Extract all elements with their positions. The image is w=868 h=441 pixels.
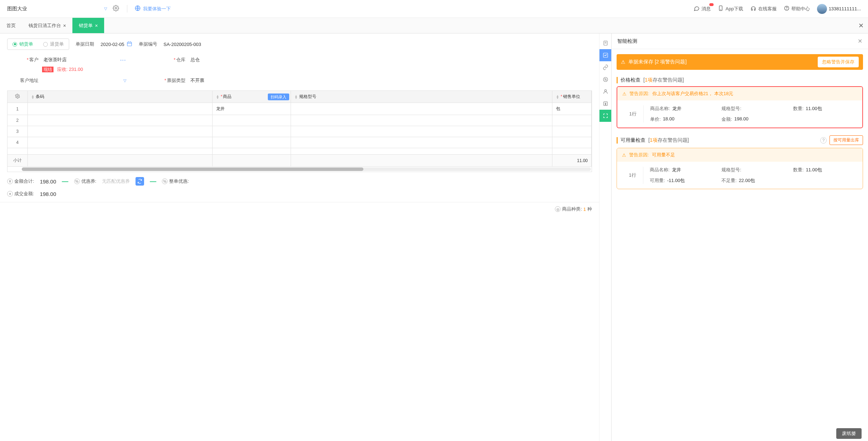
sidebar-link-icon[interactable] bbox=[599, 61, 612, 73]
doc-no-value: SA-20200205-003 bbox=[164, 42, 201, 47]
table-row: 4 bbox=[7, 137, 592, 148]
company-select[interactable]: 图图大业 ▽ bbox=[7, 6, 107, 12]
receivable-label: 应收: bbox=[57, 67, 68, 72]
ellipsis-icon[interactable]: ··· bbox=[120, 57, 126, 63]
col-spec[interactable]: ▲▼规格型号 bbox=[291, 91, 552, 103]
warehouse-label: *仓库 bbox=[154, 57, 185, 63]
date-input[interactable]: 2020-02-05 bbox=[101, 41, 132, 48]
deal-row: ✶成交金额: 198.00 bbox=[0, 191, 599, 202]
horizontal-scrollbar[interactable] bbox=[22, 167, 591, 171]
line-items-table: ▲▼条码 ▲▼*商品扫码录入 ▲▼规格型号 ▲▼*销售单位 1龙井包 2 3 4… bbox=[7, 90, 592, 172]
coupon-placeholder[interactable]: 无匹配优惠券 bbox=[102, 178, 130, 185]
warehouse-input[interactable]: 总仓 bbox=[189, 55, 275, 65]
try-experience-link[interactable]: 我要体验一下 bbox=[127, 5, 171, 12]
help-center-link[interactable]: 帮助中心 bbox=[784, 5, 810, 12]
help-label: 帮助中心 bbox=[791, 6, 810, 12]
close-icon[interactable]: × bbox=[63, 23, 66, 28]
yen-icon: ¥ bbox=[7, 178, 13, 184]
trash-button[interactable]: 废纸篓 bbox=[836, 428, 862, 439]
amount-value: 198.00 bbox=[40, 178, 56, 185]
svg-point-15 bbox=[603, 77, 608, 82]
sidebar-currency-icon[interactable] bbox=[599, 98, 612, 110]
kinds-unit: 种 bbox=[587, 206, 592, 212]
section-bar bbox=[617, 77, 618, 83]
tab-label: 销货单 bbox=[79, 22, 93, 29]
discount-icon: % bbox=[162, 178, 168, 184]
online-service-link[interactable]: 在线客服 bbox=[750, 5, 777, 12]
svg-point-5 bbox=[786, 9, 787, 10]
address-input[interactable]: ▽ bbox=[42, 76, 128, 85]
totals: ¥金额合计: 198.00 — %优惠券: 无匹配优惠券 — %整单优惠: bbox=[0, 172, 599, 191]
sidebar-user-icon[interactable] bbox=[599, 85, 612, 98]
form-top: 销货单 退货单 单据日期 2020-02-05 单据编号 SA-20200205… bbox=[0, 37, 599, 53]
phone-icon bbox=[718, 5, 724, 12]
receivable-value: 231.00 bbox=[69, 67, 83, 72]
form-row-2: 客户地址 ▽ *票据类型 不开票 bbox=[0, 74, 599, 87]
sidebar-expand-icon[interactable] bbox=[599, 110, 612, 122]
tab-sales-order[interactable]: 销货单× bbox=[72, 18, 104, 33]
sort-icon: ▲▼ bbox=[295, 95, 298, 99]
close-all-icon[interactable]: ✕ bbox=[858, 22, 864, 30]
stock-out-button[interactable]: 按可用量出库 bbox=[829, 135, 863, 145]
svg-point-10 bbox=[17, 95, 18, 97]
sidebar-chart-icon[interactable] bbox=[599, 49, 612, 61]
warehouse-value: 总仓 bbox=[190, 57, 200, 63]
gear-icon[interactable] bbox=[113, 5, 119, 12]
sidebar-swap-icon[interactable] bbox=[599, 73, 612, 85]
topbar-left: 图图大业 ▽ 我要体验一下 bbox=[7, 5, 171, 12]
deal-label: 成交金额: bbox=[14, 191, 34, 197]
invoice-type-input[interactable]: 不开票 bbox=[189, 76, 275, 85]
warning-icon: ⚠ bbox=[621, 59, 626, 65]
amount-label: 金额合计: bbox=[14, 178, 34, 185]
app-download-link[interactable]: App下载 bbox=[718, 5, 743, 12]
customer-input[interactable]: 老张茶叶店 ··· bbox=[42, 55, 128, 65]
kinds-value: 1 bbox=[583, 207, 586, 212]
cell-product[interactable]: 龙井 bbox=[212, 103, 291, 115]
svg-rect-2 bbox=[719, 6, 722, 10]
headset-icon bbox=[750, 5, 756, 12]
side-icon-bar bbox=[599, 33, 611, 441]
scan-button[interactable]: 扫码录入 bbox=[268, 93, 289, 100]
try-label: 我要体验一下 bbox=[143, 6, 171, 12]
messages-label: 消息 bbox=[701, 6, 711, 12]
sidebar-doc-icon[interactable] bbox=[599, 37, 612, 49]
reason-label: 警告原因: bbox=[629, 152, 649, 158]
refresh-button[interactable] bbox=[136, 177, 144, 186]
section-title-text: 可用量检查 bbox=[621, 137, 645, 144]
topbar-right: 消息 App下载 在线客服 帮助中心 13381111111... bbox=[694, 4, 861, 14]
col-unit[interactable]: ▲▼*销售单位 bbox=[552, 91, 592, 103]
invoice-value: 不开票 bbox=[190, 77, 204, 84]
col-product[interactable]: ▲▼*商品扫码录入 bbox=[212, 91, 291, 103]
ignore-save-button[interactable]: 忽略警告并保存 bbox=[818, 57, 859, 67]
radio-label: 销货单 bbox=[19, 41, 33, 47]
date-label: 单据日期 bbox=[76, 41, 94, 47]
cell-unit[interactable]: 包 bbox=[552, 103, 592, 115]
section-bar bbox=[617, 137, 618, 144]
help-icon[interactable]: ? bbox=[820, 137, 827, 144]
warning-icon: ⚠ bbox=[622, 91, 627, 97]
table-row: 3 bbox=[7, 126, 592, 137]
radio-return[interactable]: 退货单 bbox=[38, 39, 69, 50]
customer-group: *客户 老张茶叶店 ··· 现结 应收: 231.00 bbox=[7, 55, 128, 73]
tab-home[interactable]: 首页 bbox=[0, 18, 22, 33]
scroll-thumb[interactable] bbox=[22, 167, 363, 171]
doc-no-label: 单据编号 bbox=[139, 41, 157, 47]
stock-warning-card: ⚠ 警告原因: 可用量不足 1行 商品名称:龙井 规格型号: 数量:11.00包… bbox=[617, 148, 863, 189]
user-phone: 13381111111... bbox=[829, 6, 861, 11]
col-settings[interactable] bbox=[7, 91, 27, 103]
close-icon[interactable]: × bbox=[95, 23, 98, 28]
minus-icon: — bbox=[62, 178, 68, 185]
deal-icon: ✶ bbox=[7, 191, 13, 197]
tab-label: 首页 bbox=[6, 22, 16, 29]
info-icon: ◎ bbox=[555, 206, 561, 212]
row-indicator: 1行 bbox=[622, 105, 644, 123]
user-menu[interactable]: 13381111111... bbox=[817, 4, 861, 14]
reason-text: 可用量不足 bbox=[652, 152, 675, 158]
radio-sales[interactable]: 销货单 bbox=[7, 39, 38, 50]
col-barcode[interactable]: ▲▼条码 bbox=[27, 91, 212, 103]
messages-link[interactable]: 消息 bbox=[694, 5, 711, 12]
tab-workbench[interactable]: 钱货日清工作台× bbox=[22, 18, 72, 33]
deal-value: 198.00 bbox=[40, 191, 56, 197]
table-row bbox=[7, 148, 592, 155]
close-icon[interactable]: ✕ bbox=[858, 38, 862, 45]
